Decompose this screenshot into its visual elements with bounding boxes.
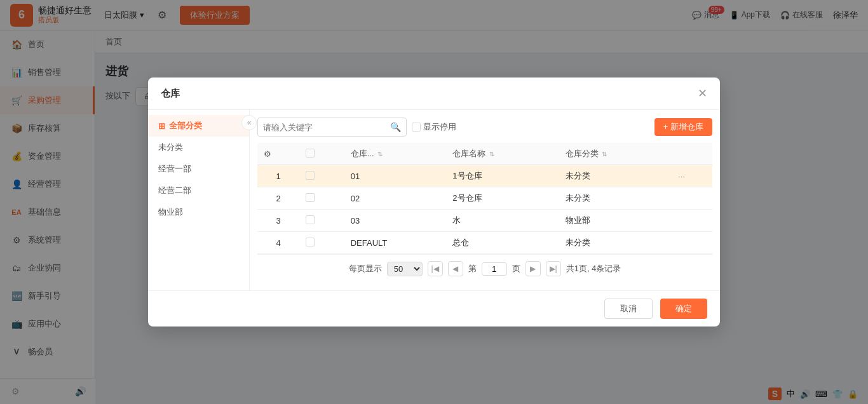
row-checkbox[interactable] [306,171,315,180]
page-label: 第 [468,263,477,274]
row-checkbox-cell [299,232,344,254]
tree-item-property[interactable]: 物业部 [148,201,249,223]
tree-item-label: 未分类 [158,142,183,153]
warehouse-name: 1号仓库 [446,165,559,187]
table-header-row: ⚙ 仓库... ⇅ 仓库名称 ⇅ 仓库分类 ⇅ [257,143,712,165]
first-page-button[interactable]: |◀ [428,261,443,276]
warehouse-name: 2号仓库 [446,187,559,210]
table-toolbar: 🔍 显示停用 + 新增仓库 [257,118,712,137]
category-col-header: 仓库分类 ⇅ [559,143,672,165]
search-box: 🔍 [257,118,407,137]
search-button[interactable]: 🔍 [385,122,406,132]
actions-col-header [672,143,712,165]
tree-item-label: 物业部 [158,206,183,218]
row-checkbox-cell [299,165,344,187]
modal-close-button[interactable]: ✕ [698,86,707,100]
warehouse-code: 03 [344,210,447,232]
warehouse-table: ⚙ 仓库... ⇅ 仓库名称 ⇅ 仓库分类 ⇅ 1 [257,143,712,254]
add-warehouse-button[interactable]: + 新增仓库 [654,118,712,136]
modal-header: 仓库 ✕ [148,77,720,110]
more-actions-button[interactable]: ··· [678,172,685,181]
warehouse-code: 02 [344,187,447,210]
table-row[interactable]: 1 01 1号仓库 未分类 ··· [257,165,712,187]
select-all-checkbox[interactable] [306,149,315,158]
search-input[interactable] [258,123,385,132]
row-checkbox-cell [299,187,344,210]
table-row[interactable]: 4 DEFAULT 总仓 未分类 [257,232,712,254]
show-disabled-checkbox[interactable]: 显示停用 [412,121,456,133]
page-unit: 页 [512,263,520,274]
modal-footer: 取消 确定 [148,290,720,327]
last-page-button[interactable]: ▶| [546,261,561,276]
row-actions [672,187,712,210]
modal-overlay: 仓库 ✕ « ⊞ 全部分类 未分类 经营一部 经营二部 [0,0,868,404]
row-number: 4 [257,232,299,254]
warehouse-category: 物业部 [559,210,672,232]
cancel-button[interactable]: 取消 [604,299,653,319]
table-container: ⚙ 仓库... ⇅ 仓库名称 ⇅ 仓库分类 ⇅ 1 [257,143,712,254]
tree-item-dept1[interactable]: 经营一部 [148,158,249,180]
tree-collapse-button[interactable]: « [241,115,257,130]
tree-item-label: 经营一部 [158,163,191,175]
tree-item-uncategorized[interactable]: 未分类 [148,137,249,158]
tree-item-label: 经营二部 [158,185,191,196]
row-number: 2 [257,187,299,210]
warehouse-category: 未分类 [559,165,672,187]
sort-icon: ⇅ [377,151,383,158]
checkbox-col-header [299,143,344,165]
grid-icon: ⊞ [158,121,165,131]
category-tree: « ⊞ 全部分类 未分类 经营一部 经营二部 物业部 [148,110,250,290]
confirm-button[interactable]: 确定 [660,299,707,319]
prev-page-button[interactable]: ◀ [448,261,463,276]
pagination: 每页显示 50 20 100 |◀ ◀ 第 页 ▶ ▶| 共1页, 4条记录 [257,254,712,283]
row-checkbox[interactable] [306,215,315,224]
tree-item-all[interactable]: ⊞ 全部分类 [148,115,249,137]
code-col-header: 仓库... ⇅ [344,143,447,165]
name-col-header: 仓库名称 ⇅ [446,143,559,165]
warehouse-modal: 仓库 ✕ « ⊞ 全部分类 未分类 经营一部 经营二部 [148,77,720,327]
page-number-input[interactable] [482,262,507,276]
table-row[interactable]: 2 02 2号仓库 未分类 [257,187,712,210]
next-page-button[interactable]: ▶ [526,261,541,276]
page-size-select[interactable]: 50 20 100 [387,262,423,276]
sort-icon: ⇅ [489,151,494,158]
modal-title: 仓库 [161,88,180,100]
row-actions [672,210,712,232]
row-number: 3 [257,210,299,232]
table-row[interactable]: 3 03 水 物业部 [257,210,712,232]
row-checkbox[interactable] [306,238,315,246]
row-actions: ··· [672,165,712,187]
modal-body: « ⊞ 全部分类 未分类 经营一部 经营二部 物业部 [148,110,720,290]
row-checkbox[interactable] [306,193,315,202]
tree-item-label: 全部分类 [169,120,202,131]
sort-icon: ⇅ [602,151,607,158]
warehouse-category: 未分类 [559,187,672,210]
row-number: 1 [257,165,299,187]
row-checkbox-cell [299,210,344,232]
warehouse-name: 总仓 [446,232,559,254]
page-size-label: 每页显示 [349,263,382,274]
table-area: 🔍 显示停用 + 新增仓库 ⚙ [250,110,720,290]
settings-col-header: ⚙ [257,143,299,165]
tree-item-dept2[interactable]: 经营二部 [148,180,249,201]
warehouse-code: 01 [344,165,447,187]
warehouse-category: 未分类 [559,232,672,254]
warehouse-code: DEFAULT [344,232,447,254]
disabled-checkbox[interactable] [412,123,421,131]
warehouse-name: 水 [446,210,559,232]
total-label: 共1页, 4条记录 [566,263,621,274]
row-actions [672,232,712,254]
show-disabled-label: 显示停用 [423,121,456,133]
